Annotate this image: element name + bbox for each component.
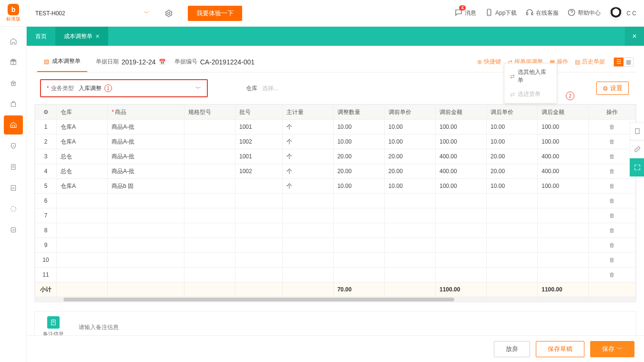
- cs-label: 在线客服: [536, 9, 559, 17]
- table-row[interactable]: 8🗑: [35, 223, 636, 238]
- tab-cost-adjust[interactable]: 成本调整单 ✕: [55, 27, 108, 46]
- nav-sync-icon[interactable]: [4, 199, 23, 218]
- form-tab[interactable]: ▤ 成本调整单: [37, 52, 87, 72]
- phone-icon: [485, 8, 493, 18]
- col-product: 商品: [108, 105, 184, 120]
- settings-button[interactable]: ⚙ 设置: [596, 82, 629, 95]
- col-unit: 主计量: [282, 105, 333, 120]
- col-post-price: 调后单价: [487, 105, 538, 120]
- col-batch: 批号: [235, 105, 282, 120]
- save-draft-button[interactable]: 保存草稿: [536, 341, 584, 357]
- note-icon: [47, 316, 60, 329]
- nav-new-icon[interactable]: 新: [4, 220, 23, 239]
- col-settings-icon[interactable]: ⚙: [35, 105, 57, 120]
- table-row[interactable]: 9🗑: [35, 238, 636, 253]
- nav-gift-icon[interactable]: [4, 52, 23, 72]
- bill-date: 单据日期 2019-12-24 📅: [96, 58, 166, 66]
- doc-icon: ⇄: [510, 91, 515, 98]
- logo-icon: b: [8, 4, 19, 15]
- history-link[interactable]: ▤历史单据: [575, 58, 605, 66]
- calendar-icon[interactable]: 📅: [159, 59, 166, 65]
- delete-row-icon[interactable]: 🗑: [589, 164, 636, 179]
- chevron-down-icon: ﹀: [616, 345, 623, 353]
- delete-row-icon[interactable]: 🗑: [589, 179, 636, 194]
- app-download-link[interactable]: App下载: [485, 8, 517, 18]
- nav-bag-icon[interactable]: [4, 94, 23, 114]
- discard-button[interactable]: 放弃: [494, 341, 530, 357]
- table-row[interactable]: 3总仓商品A-批1001个20.0020.00400.0020.00400.00…: [35, 149, 636, 164]
- items-table: ⚙ 仓库 商品 规格型号 批号 主计量 调整数量 调前单价 调前金额 调后单价 …: [34, 104, 636, 302]
- chevron-down-icon: ﹀: [195, 84, 201, 93]
- col-spec: 规格型号: [184, 105, 235, 120]
- dropdown-item-other-in[interactable]: ⇄选其他入库单: [504, 65, 557, 87]
- horizontal-scrollbar[interactable]: [35, 297, 636, 302]
- right-rail: [630, 46, 644, 176]
- headset-icon: [525, 8, 534, 18]
- help-link[interactable]: 帮助中心: [567, 8, 601, 18]
- close-icon[interactable]: ✕: [95, 33, 100, 40]
- user-name[interactable]: C C: [626, 10, 636, 17]
- rail-expand-icon[interactable]: [630, 158, 644, 176]
- app-label: App下载: [495, 9, 517, 17]
- nav-home-icon[interactable]: [4, 31, 23, 51]
- delete-row-icon[interactable]: 🗑: [589, 120, 636, 134]
- col-pre-amt: 调前金额: [435, 105, 486, 120]
- nav-house-up-icon[interactable]: [4, 73, 23, 93]
- svg-rect-23: [635, 129, 639, 134]
- business-type-select[interactable]: * 业务类型 入库调整 1 ﹀: [40, 79, 208, 97]
- table-header-row: ⚙ 仓库 商品 规格型号 批号 主计量 调整数量 调前单价 调前金额 调后单价 …: [35, 105, 636, 120]
- col-pre-price: 调前单价: [384, 105, 435, 120]
- chevron-down-icon: ﹀: [144, 9, 150, 17]
- delete-row-icon[interactable]: 🗑: [589, 194, 636, 208]
- tenant-select[interactable]: TEST-H002 ﹀: [31, 6, 154, 21]
- rail-link-icon[interactable]: [630, 140, 644, 158]
- messages-link[interactable]: 消息 4: [454, 8, 476, 18]
- gear-icon: ⚙: [603, 85, 608, 92]
- delete-row-icon[interactable]: 🗑: [589, 238, 636, 253]
- top-header: b 标准版 TEST-H002 ﹀ 我要体验一下 消息 4 App下载 在线客服…: [0, 0, 644, 27]
- logo: b 标准版: [0, 4, 27, 22]
- table-row[interactable]: 10🗑: [35, 253, 636, 268]
- subtotal-row: 小计 70.00 1100.00 1100.00: [35, 282, 636, 297]
- table-row[interactable]: 6🗑: [35, 194, 636, 208]
- rail-note-icon[interactable]: [630, 122, 644, 140]
- bill-number: 单据编号 CA-20191224-001: [174, 58, 255, 66]
- nav-warehouse-icon[interactable]: [4, 115, 23, 134]
- svg-rect-3: [527, 13, 528, 15]
- messages-label: 消息: [465, 9, 476, 17]
- table-row[interactable]: 7🗑: [35, 208, 636, 223]
- trial-button[interactable]: 我要体验一下: [188, 6, 242, 21]
- shortcut-link[interactable]: ⊛快捷键: [477, 58, 501, 66]
- delete-row-icon[interactable]: 🗑: [589, 149, 636, 164]
- gear-icon[interactable]: [164, 9, 174, 18]
- table-row[interactable]: 5仓库A商品b 固个10.0010.00100.0010.00100.00🗑: [35, 179, 636, 194]
- tab-home[interactable]: 首页: [27, 27, 55, 46]
- save-button[interactable]: 保存﹀: [590, 341, 634, 357]
- customer-service-link[interactable]: 在线客服: [525, 8, 559, 18]
- tab-bar: 首页 成本调整单 ✕ ✕: [27, 27, 644, 46]
- table-row[interactable]: 11🗑: [35, 268, 636, 282]
- table-row[interactable]: 1仓库A商品A-批1001个10.0010.00100.0010.00100.0…: [35, 120, 636, 134]
- nav-report-icon[interactable]: [4, 178, 23, 197]
- delete-row-icon[interactable]: 🗑: [589, 134, 636, 149]
- svg-text:新: 新: [12, 228, 14, 231]
- delete-row-icon[interactable]: 🗑: [589, 208, 636, 223]
- nav-money-icon[interactable]: ¥: [4, 136, 23, 155]
- bill-source-dropdown: ⇄选其他入库单 ⇄选进货单: [504, 63, 557, 103]
- close-all-tabs[interactable]: ✕: [625, 27, 644, 46]
- dropdown-item-purchase: ⇄选进货单: [504, 87, 557, 101]
- tenant-name: TEST-H002: [35, 10, 65, 17]
- delete-row-icon[interactable]: 🗑: [589, 268, 636, 282]
- footer: 放弃 保存草稿 保存﹀: [27, 335, 644, 362]
- avatar[interactable]: [609, 7, 623, 20]
- document-icon: ▤: [44, 58, 49, 65]
- table-row[interactable]: 4总仓商品A-批1002个20.0020.00400.0020.00400.00…: [35, 164, 636, 179]
- warehouse-select[interactable]: 仓库 选择...: [246, 84, 278, 93]
- nav-clipboard-icon[interactable]: [4, 157, 23, 176]
- sidebar: ¥ 新: [0, 27, 27, 362]
- delete-row-icon[interactable]: 🗑: [589, 253, 636, 268]
- delete-row-icon[interactable]: 🗑: [589, 223, 636, 238]
- col-post-amt: 调后金额: [538, 105, 589, 120]
- table-row[interactable]: 2仓库A商品A-批1002个10.0010.00100.0010.00100.0…: [35, 134, 636, 149]
- list-view-icon[interactable]: ☰: [614, 58, 624, 66]
